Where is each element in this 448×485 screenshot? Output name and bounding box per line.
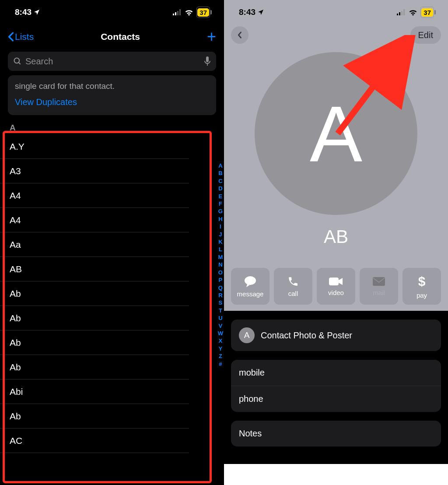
back-button[interactable]: Lists: [8, 32, 34, 42]
mail-label: mail: [373, 289, 385, 296]
location-icon: [257, 9, 264, 16]
contact-row[interactable]: A4: [0, 183, 189, 208]
svg-rect-14: [373, 277, 385, 286]
message-label: message: [237, 290, 264, 298]
contact-row[interactable]: A.Y: [0, 134, 189, 159]
call-label: call: [288, 290, 298, 297]
contact-row[interactable]: Ab: [0, 404, 189, 429]
contact-row[interactable]: Ab: [0, 281, 189, 306]
index-letter[interactable]: O: [218, 269, 223, 276]
phone-icon: [287, 276, 299, 287]
phone-row[interactable]: phone: [231, 386, 441, 412]
index-letter[interactable]: V: [219, 322, 223, 330]
contact-row[interactable]: Ab: [0, 355, 189, 380]
index-letter[interactable]: P: [219, 276, 223, 284]
index-letter[interactable]: X: [219, 337, 223, 344]
poster-label: Contact Photo & Poster: [261, 330, 352, 341]
wifi-icon: [185, 9, 193, 16]
contact-row[interactable]: A4: [0, 208, 189, 232]
index-letter[interactable]: G: [218, 207, 223, 215]
message-button[interactable]: message: [231, 268, 270, 305]
contact-row[interactable]: A3: [0, 159, 189, 183]
search-icon: [13, 57, 22, 66]
index-letter[interactable]: C: [218, 177, 222, 185]
contact-row[interactable]: Abi: [0, 380, 189, 404]
video-icon: [329, 277, 343, 286]
svg-rect-8: [397, 14, 398, 15]
alphabet-index[interactable]: A B C D E F G H I J K L M N O P Q R S T …: [218, 162, 223, 368]
chevron-left-icon: [8, 32, 14, 42]
index-letter[interactable]: M: [218, 253, 223, 261]
section-header-a: A: [0, 120, 224, 134]
svg-rect-10: [401, 11, 402, 15]
status-bar: 8:43 37: [224, 0, 448, 25]
svg-rect-11: [403, 9, 405, 15]
duplicates-text: single card for that contact.: [15, 81, 209, 91]
duplicates-card: single card for that contact. View Dupli…: [8, 75, 216, 115]
phone-label: phone: [239, 394, 263, 404]
message-icon: [244, 275, 257, 288]
index-letter[interactable]: #: [219, 360, 222, 368]
index-letter[interactable]: F: [219, 200, 222, 207]
index-letter[interactable]: E: [219, 193, 223, 200]
contact-row[interactable]: Ab: [0, 306, 189, 330]
video-button[interactable]: video: [317, 268, 355, 305]
contact-row[interactable]: AB: [0, 257, 189, 281]
avatar[interactable]: A: [255, 52, 417, 215]
notes-label: Notes: [239, 429, 262, 439]
contact-row[interactable]: Aa: [0, 232, 189, 257]
index-letter[interactable]: J: [219, 231, 222, 238]
avatar-initial: A: [310, 88, 362, 179]
index-letter[interactable]: R: [218, 292, 222, 299]
back-button[interactable]: [231, 26, 248, 44]
battery-icon: 37: [420, 7, 436, 18]
svg-rect-1: [175, 12, 176, 15]
index-letter[interactable]: B: [218, 169, 222, 177]
index-letter[interactable]: Q: [218, 284, 223, 292]
index-letter[interactable]: W: [218, 330, 223, 337]
contact-row[interactable]: AC: [0, 429, 189, 453]
call-button[interactable]: call: [274, 268, 312, 305]
svg-rect-2: [177, 11, 178, 15]
search-input[interactable]: Search: [8, 52, 216, 71]
index-letter[interactable]: L: [219, 246, 222, 253]
notes-card[interactable]: Notes: [231, 421, 441, 446]
mobile-label: mobile: [239, 368, 265, 378]
location-icon: [33, 9, 40, 16]
index-letter[interactable]: A: [218, 162, 222, 169]
search-placeholder: Search: [25, 56, 53, 67]
pay-button[interactable]: $ pay: [402, 268, 441, 305]
index-letter[interactable]: Z: [219, 352, 222, 360]
svg-rect-9: [399, 12, 400, 15]
wifi-icon: [409, 9, 417, 16]
phone-numbers-card: mobile phone: [231, 360, 441, 412]
add-contact-button[interactable]: +: [207, 29, 216, 45]
mail-icon: [372, 277, 385, 286]
index-letter[interactable]: I: [220, 223, 221, 230]
contact-detail-screen: 8:43 37 Edit: [224, 0, 448, 485]
index-letter[interactable]: H: [218, 215, 222, 223]
signal-icon: [397, 9, 406, 15]
video-label: video: [328, 289, 344, 296]
page-title: Contacts: [101, 32, 140, 42]
home-indicator[interactable]: [301, 478, 371, 481]
index-letter[interactable]: K: [218, 238, 222, 246]
pay-label: pay: [416, 292, 427, 299]
svg-rect-13: [329, 278, 339, 285]
contact-name: AB: [224, 226, 448, 247]
index-letter[interactable]: T: [219, 307, 222, 314]
contact-row[interactable]: Ab: [0, 330, 189, 355]
index-letter[interactable]: Y: [219, 345, 223, 352]
index-letter[interactable]: D: [218, 185, 222, 192]
edit-button[interactable]: Edit: [410, 26, 441, 44]
index-letter[interactable]: S: [219, 299, 223, 306]
view-duplicates-link[interactable]: View Duplicates: [15, 97, 209, 107]
mic-icon[interactable]: [204, 56, 211, 66]
svg-rect-0: [173, 14, 174, 15]
poster-card[interactable]: A Contact Photo & Poster: [231, 320, 441, 351]
mobile-row[interactable]: mobile: [231, 360, 441, 386]
index-letter[interactable]: U: [218, 314, 222, 322]
index-letter[interactable]: N: [218, 261, 222, 268]
action-row: message call video mail $: [231, 268, 441, 305]
signal-icon: [173, 9, 182, 15]
